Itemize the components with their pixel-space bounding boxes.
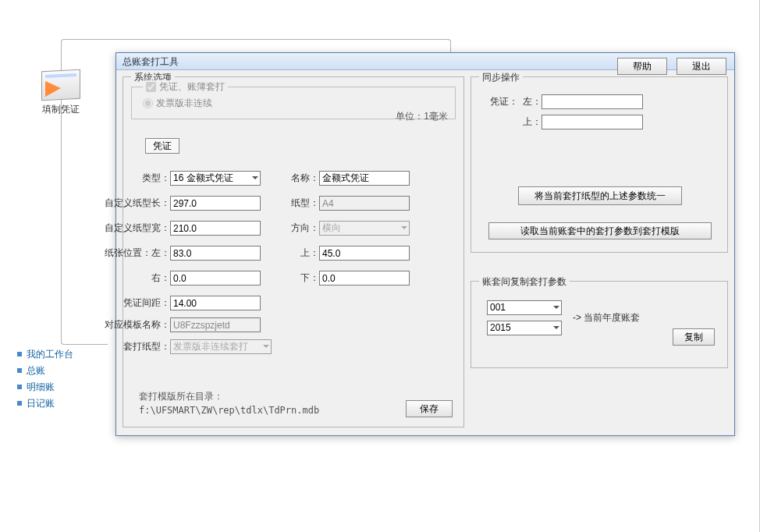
paper-type-label: 纸型：: [291, 197, 319, 210]
year-select[interactable]: 2015: [487, 321, 562, 335]
voucher-tab[interactable]: 凭证: [145, 138, 179, 154]
voucher-entry-shortcut[interactable]: 填制凭证: [35, 70, 86, 116]
invoice-radio: [143, 98, 153, 108]
paper-wid-label: 自定义纸型宽：: [105, 222, 170, 235]
interval-input[interactable]: [170, 296, 261, 310]
name-label: 名称：: [291, 172, 319, 185]
read-params-button[interactable]: 读取当前账套中的套打参数到套打模版: [488, 222, 712, 239]
sync-legend: 同步操作: [479, 71, 523, 84]
pos-top-input[interactable]: [319, 246, 410, 261]
bracket-lower: [61, 111, 108, 345]
pos-right-label: 右：: [105, 271, 170, 285]
print-type-select: 发票版非连续套打: [170, 339, 272, 354]
sync-top-input[interactable]: [542, 115, 643, 129]
copy-group: 账套间复制套打参数 001 2015 -> 当前年度账套 复制: [471, 281, 728, 368]
sync-left-label: 左：: [518, 95, 542, 108]
paper-type-input: [319, 196, 410, 211]
exit-button[interactable]: 退出: [677, 58, 726, 75]
system-options-group: 系统选项 凭证、账簿套打 发票版非连续 单位：1毫米 凭证 类型： 16 金额式…: [123, 76, 464, 427]
footer-buttons: 帮助 退出: [617, 58, 726, 75]
name-input[interactable]: [319, 171, 410, 186]
link-detail-ledger[interactable]: 明细账: [17, 379, 73, 395]
orient-select: 横向: [319, 221, 410, 236]
pos-top-label: 上：: [291, 246, 319, 260]
pos-bottom-label: 下：: [291, 271, 319, 285]
template-label: 对应模板名称：: [105, 318, 170, 332]
interval-label: 凭证间距：: [123, 296, 170, 310]
sync-left-input[interactable]: [542, 94, 643, 109]
sync-voucher-label: 凭证：: [487, 95, 518, 108]
print-tool-dialog: 总账套打工具 系统选项 凭证、账簿套打 发票版非连续 单位：1毫米 凭证 类型：: [115, 52, 735, 436]
pos-right-input[interactable]: [170, 271, 261, 286]
pos-bottom-input[interactable]: [319, 271, 410, 286]
link-workbench[interactable]: 我的工作台: [17, 346, 73, 363]
paper-len-input[interactable]: [170, 196, 261, 211]
side-links: 我的工作台 总账 明细账 日记账: [17, 346, 73, 412]
pos-left-input[interactable]: [170, 246, 261, 261]
shortcut-caption: 填制凭证: [35, 103, 86, 116]
link-journal[interactable]: 日记账: [17, 395, 73, 412]
paper-len-label: 自定义纸型长：: [105, 197, 170, 210]
type-label: 类型：: [142, 172, 170, 185]
link-general-ledger[interactable]: 总账: [17, 363, 73, 379]
account-select[interactable]: 001: [487, 300, 562, 315]
print-type-label: 套打纸型：: [123, 340, 170, 353]
dialog-title: 总账套打工具: [123, 56, 179, 67]
type-select[interactable]: 16 金额式凭证: [170, 171, 261, 186]
arrow-label: -> 当前年度账套: [573, 311, 640, 325]
copy-button[interactable]: 复制: [673, 328, 715, 346]
sync-group: 同步操作 凭证： 左： 上： 将当前套打纸型的上述参数统一 读取当前账套中的套打…: [471, 76, 728, 253]
sync-top-label: 上：: [518, 115, 542, 129]
unit-label: 单位：1毫米: [396, 110, 448, 123]
voucher-book-check: [146, 82, 156, 92]
save-button[interactable]: 保存: [406, 400, 453, 417]
document-pencil-icon: [41, 69, 80, 101]
voucher-book-checkbox: 凭证、账簿套打: [143, 80, 228, 94]
template-dir-label: 套打模版所在目录：: [139, 390, 223, 403]
orient-label: 方向：: [291, 222, 319, 235]
pos-left-label: 纸张位置：左：: [105, 246, 170, 260]
copy-legend: 账套间复制套打参数: [479, 275, 570, 289]
help-button[interactable]: 帮助: [617, 58, 667, 75]
invoice-noncontinuous-radio: 发票版非连续: [143, 97, 212, 110]
template-input: [170, 317, 261, 332]
template-dir-path: f:\UFSMART\ZW\rep\tdlx\TdPrn.mdb: [139, 405, 319, 416]
unify-params-button[interactable]: 将当前套打纸型的上述参数统一: [518, 186, 682, 205]
paper-wid-input[interactable]: [170, 221, 261, 236]
